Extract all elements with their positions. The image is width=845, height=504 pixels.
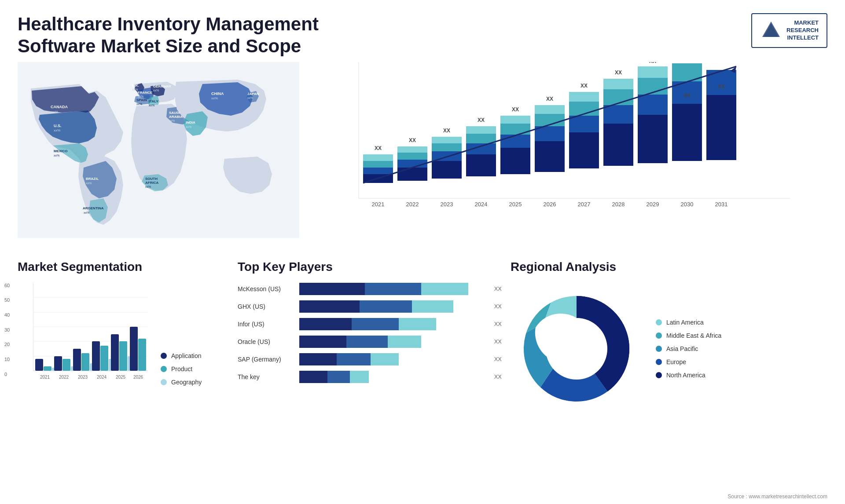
- svg-text:GERMANY: GERMANY: [153, 84, 172, 88]
- svg-text:xx%: xx%: [153, 89, 159, 92]
- latin-america-dot: [656, 319, 662, 325]
- svg-text:XX: XX: [375, 145, 382, 151]
- europe-dot: [656, 359, 662, 365]
- svg-text:ARABIA: ARABIA: [169, 115, 183, 119]
- regional-legend: Latin America Middle East & Africa Asia …: [656, 319, 721, 379]
- svg-text:xx%: xx%: [211, 96, 218, 100]
- svg-text:xx%: xx%: [136, 102, 142, 106]
- geography-dot: [161, 379, 167, 385]
- player-name-3: Oracle (US): [238, 338, 295, 345]
- svg-text:2027: 2027: [578, 201, 591, 208]
- svg-rect-116: [81, 353, 89, 371]
- svg-text:2023: 2023: [78, 375, 88, 380]
- svg-rect-77: [638, 115, 668, 163]
- north-america-label: North America: [666, 372, 705, 379]
- svg-text:XX: XX: [718, 84, 725, 90]
- player-value-0: XX: [494, 285, 502, 292]
- player-row: Infor (US) XX: [238, 318, 502, 330]
- svg-rect-78: [638, 95, 668, 115]
- player-bar-4: [299, 353, 487, 365]
- player-value-4: XX: [494, 356, 502, 362]
- svg-text:xx%: xx%: [138, 95, 143, 98]
- svg-rect-38: [363, 168, 393, 174]
- svg-rect-118: [92, 341, 100, 371]
- svg-rect-122: [119, 341, 127, 371]
- svg-rect-121: [111, 334, 119, 371]
- svg-rect-58: [500, 135, 530, 148]
- svg-text:AFRICA: AFRICA: [145, 181, 158, 185]
- svg-text:XX: XX: [512, 106, 519, 113]
- legend-application: Application: [161, 352, 202, 359]
- svg-text:xx%: xx%: [54, 154, 59, 157]
- svg-rect-45: [397, 146, 427, 153]
- svg-rect-80: [638, 66, 668, 78]
- product-dot: [161, 366, 167, 372]
- player-value-2: XX: [494, 321, 502, 327]
- latin-america-label: Latin America: [666, 319, 704, 326]
- svg-rect-40: [363, 154, 393, 161]
- player-name-5: The key: [238, 373, 295, 380]
- segmentation-title: Market Segmentation: [18, 260, 229, 274]
- svg-text:XX: XX: [615, 69, 622, 76]
- player-row: SAP (Germany) XX: [238, 353, 502, 365]
- svg-text:2031: 2031: [715, 201, 728, 208]
- svg-rect-68: [569, 116, 599, 132]
- svg-text:xx%: xx%: [54, 128, 60, 132]
- player-bar-5: [299, 371, 487, 383]
- svg-text:2022: 2022: [59, 375, 69, 380]
- svg-rect-42: [397, 168, 427, 181]
- svg-text:2021: 2021: [372, 201, 385, 208]
- asia-pacific-dot: [656, 346, 662, 352]
- svg-text:2024: 2024: [475, 201, 488, 208]
- north-america-dot: [656, 372, 662, 378]
- svg-rect-59: [500, 124, 530, 135]
- segmentation-section: Market Segmentation 60 50 40 30 20 10 0: [18, 260, 229, 415]
- svg-rect-70: [569, 92, 599, 102]
- legend-asia-pacific: Asia Pacific: [656, 345, 721, 352]
- player-value-5: XX: [494, 373, 502, 380]
- svg-text:xx%: xx%: [84, 211, 89, 214]
- player-row: McKesson (US) XX: [238, 283, 502, 295]
- svg-text:xx%: xx%: [51, 110, 58, 114]
- svg-text:XX: XX: [443, 128, 450, 134]
- player-row: The key XX: [238, 371, 502, 383]
- svg-text:2025: 2025: [509, 201, 522, 208]
- svg-rect-49: [432, 143, 462, 151]
- svg-text:XX: XX: [546, 96, 553, 102]
- bottom-content: Market Segmentation 60 50 40 30 20 10 0: [0, 256, 845, 419]
- regional-title: Regional Analysis: [511, 260, 827, 274]
- player-name-4: SAP (Germany): [238, 356, 295, 363]
- logo-icon: [760, 19, 782, 41]
- players-title: Top Key Players: [238, 260, 502, 274]
- player-bar-2: [299, 318, 487, 330]
- svg-rect-62: [535, 141, 565, 172]
- middle-east-africa-label: Middle East & Africa: [666, 332, 721, 339]
- svg-text:ITALY: ITALY: [149, 99, 158, 103]
- svg-rect-57: [500, 148, 530, 174]
- svg-rect-54: [466, 134, 496, 143]
- svg-rect-52: [466, 154, 496, 176]
- world-map-section: CANADA xx% U.S. xx% MEXICO xx% BRAZIL xx…: [18, 62, 304, 247]
- svg-text:2026: 2026: [544, 201, 556, 208]
- player-bar-0: [299, 283, 487, 295]
- svg-rect-72: [603, 124, 633, 166]
- svg-rect-50: [432, 137, 462, 143]
- donut-chart: [511, 283, 643, 415]
- legend-europe: Europe: [656, 358, 721, 365]
- legend-north-america: North America: [656, 372, 721, 379]
- svg-rect-82: [672, 104, 702, 161]
- bar-chart-section: XX XX XX: [312, 62, 827, 247]
- svg-text:2026: 2026: [133, 375, 143, 380]
- player-name-0: McKesson (US): [238, 285, 295, 292]
- player-row: Oracle (US) XX: [238, 336, 502, 348]
- player-bar-1: [299, 300, 487, 313]
- svg-rect-60: [500, 116, 530, 124]
- logo-text: MARKET RESEARCH INTELLECT: [786, 19, 819, 42]
- svg-text:SPAIN: SPAIN: [136, 98, 147, 102]
- regional-section: Regional Analysis: [511, 260, 827, 415]
- donut-container: Latin America Middle East & Africa Asia …: [511, 283, 827, 415]
- bar-chart-svg: XX XX XX: [321, 62, 827, 220]
- svg-text:SAUDI: SAUDI: [169, 111, 180, 115]
- svg-text:xx%: xx%: [145, 185, 151, 188]
- svg-rect-39: [363, 161, 393, 168]
